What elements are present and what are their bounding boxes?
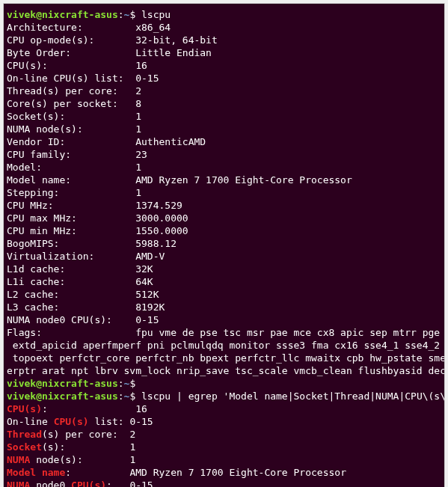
- prompt-end: $: [129, 9, 141, 20]
- lscpu-value: x86_64: [135, 22, 171, 33]
- lscpu-label: Socket(s):: [7, 111, 135, 122]
- egrep-value: 1: [129, 441, 135, 453]
- lscpu-value: 32K: [135, 263, 153, 275]
- lscpu-label: Stepping:: [7, 187, 135, 198]
- lscpu-value: 16: [135, 60, 147, 71]
- prompt-user: vivek@nixcraft-asus: [7, 9, 118, 20]
- egrep-row: NUMA node(s): 1: [7, 453, 441, 466]
- lscpu-row: CPU family: 23: [7, 148, 441, 161]
- egrep-value: 0-15: [129, 416, 153, 427]
- lscpu-value: AMD Ryzen 7 1700 Eight-Core Processor: [135, 174, 352, 186]
- lscpu-flags-row: Flags: fpu vme de pse tsc msr pae mce cx…: [7, 326, 441, 339]
- egrep-pre: On-line: [7, 416, 54, 427]
- lscpu-value: 1: [135, 123, 141, 135]
- lscpu-label: L3 cache:: [7, 301, 135, 313]
- egrep-match: NUMA: [7, 454, 30, 465]
- egrep-value: 1: [129, 454, 135, 465]
- lscpu-label: CPU family:: [7, 149, 135, 160]
- lscpu-row: CPU min MHz: 1550.0000: [7, 224, 441, 237]
- lscpu-label: L1i cache:: [7, 276, 135, 287]
- egrep-match: Socket: [7, 441, 42, 453]
- terminal-output[interactable]: vivek@nixcraft-asus:~$ lscpuArchitecture…: [4, 4, 444, 487]
- lscpu-row: Byte Order: Little Endian: [7, 46, 441, 59]
- lscpu-flags-cont: topoext perfctr_core perfctr_nb bpext pe…: [7, 352, 441, 364]
- egrep-mid: :: [65, 467, 129, 478]
- lscpu-value: 8192K: [135, 301, 165, 313]
- egrep-row: CPU(s): 16: [7, 402, 441, 415]
- lscpu-label: CPU min MHz:: [7, 225, 135, 236]
- lscpu-value: 1: [135, 111, 141, 122]
- egrep-match: CPU(s): [7, 403, 42, 414]
- egrep-row: Thread(s) per core: 2: [7, 428, 441, 441]
- prompt-sep: :: [118, 390, 124, 402]
- lscpu-value: fpu vme de pse tsc msr pae mce cx8 apic …: [135, 327, 444, 338]
- lscpu-label: Model:: [7, 162, 135, 173]
- lscpu-label: NUMA node(s):: [7, 123, 135, 135]
- egrep-mid: node(s):: [30, 454, 129, 465]
- lscpu-row: L1i cache: 64K: [7, 275, 441, 288]
- lscpu-value: 64K: [135, 276, 153, 287]
- lscpu-row: Model: 1: [7, 161, 441, 174]
- egrep-mid: :: [42, 403, 135, 414]
- lscpu-value: 8: [135, 98, 141, 109]
- command-line-1: vivek@nixcraft-asus:~$ lscpu: [7, 8, 441, 21]
- prompt-sep: :: [118, 9, 124, 20]
- lscpu-value: 512K: [135, 289, 159, 300]
- egrep-row: Model name: AMD Ryzen 7 1700 Eight-Core …: [7, 466, 441, 479]
- lscpu-row: L2 cache: 512K: [7, 288, 441, 301]
- lscpu-flags-cont: erptr arat npt lbrv svm_lock nrip_save t…: [7, 364, 441, 377]
- egrep-mid: (s) per core:: [42, 429, 129, 440]
- prompt-end: $: [129, 390, 141, 402]
- lscpu-row: Thread(s) per core: 2: [7, 85, 441, 97]
- lscpu-label: L1d cache:: [7, 263, 135, 275]
- lscpu-label: CPU op-mode(s):: [7, 34, 135, 46]
- prompt-user: vivek@nixcraft-asus: [7, 378, 118, 389]
- lscpu-row: L1d cache: 32K: [7, 263, 441, 275]
- lscpu-value: 1550.0000: [135, 225, 188, 236]
- lscpu-label: L2 cache:: [7, 289, 135, 300]
- lscpu-value: 32-bit, 64-bit: [135, 34, 218, 46]
- egrep-mid: (s):: [42, 441, 129, 453]
- lscpu-label: Vendor ID:: [7, 136, 135, 147]
- egrep-match: Thread: [7, 429, 42, 440]
- prompt-sep: :: [118, 378, 124, 389]
- lscpu-value: AuthenticAMD: [135, 136, 206, 147]
- lscpu-row: CPU(s): 16: [7, 59, 441, 72]
- egrep-mid: :: [106, 480, 129, 487]
- lscpu-label: BogoMIPS:: [7, 238, 135, 249]
- egrep-match: CPU(s): [71, 480, 106, 487]
- lscpu-value: 1: [135, 162, 141, 173]
- egrep-mid: list:: [89, 416, 130, 427]
- egrep-value: 16: [135, 403, 147, 414]
- lscpu-row: L3 cache: 8192K: [7, 301, 441, 313]
- lscpu-row: On-line CPU(s) list: 0-15: [7, 72, 441, 85]
- lscpu-label: Architecture:: [7, 22, 135, 33]
- lscpu-row: Model name: AMD Ryzen 7 1700 Eight-Core …: [7, 174, 441, 186]
- lscpu-row: Core(s) per socket: 8: [7, 97, 441, 110]
- lscpu-label: CPU max MHz:: [7, 212, 135, 224]
- command-line-empty: vivek@nixcraft-asus:~$: [7, 377, 441, 390]
- lscpu-row: Stepping: 1: [7, 186, 441, 199]
- lscpu-value: 0-15: [135, 73, 159, 84]
- lscpu-label: Model name:: [7, 174, 135, 186]
- command-text: lscpu: [141, 9, 171, 20]
- command-text: lscpu | egrep 'Model name|Socket|Thread|…: [141, 390, 444, 402]
- egrep-value: AMD Ryzen 7 1700 Eight-Core Processor: [129, 467, 346, 478]
- lscpu-value: 3000.0000: [135, 212, 188, 224]
- egrep-value: 0-15: [129, 480, 153, 487]
- egrep-mid: node0: [30, 480, 71, 487]
- egrep-row: On-line CPU(s) list: 0-15: [7, 415, 441, 428]
- egrep-row: NUMA node0 CPU(s): 0-15: [7, 479, 441, 487]
- lscpu-row: NUMA node0 CPU(s): 0-15: [7, 313, 441, 326]
- lscpu-label: CPU(s):: [7, 60, 135, 71]
- egrep-match: NUMA: [7, 480, 30, 487]
- egrep-value: 2: [129, 429, 135, 440]
- lscpu-value: 23: [135, 149, 147, 160]
- lscpu-row: CPU max MHz: 3000.0000: [7, 212, 441, 224]
- egrep-match: Model name: [7, 467, 65, 478]
- prompt-end: $: [129, 378, 141, 389]
- lscpu-flags-cont: extd_apicid aperfmperf pni pclmulqdq mon…: [7, 339, 441, 352]
- egrep-row: Socket(s): 1: [7, 441, 441, 453]
- terminal-window: vivek@nixcraft-asus:~$ lscpuArchitecture…: [3, 3, 445, 487]
- lscpu-label: Flags:: [7, 327, 135, 338]
